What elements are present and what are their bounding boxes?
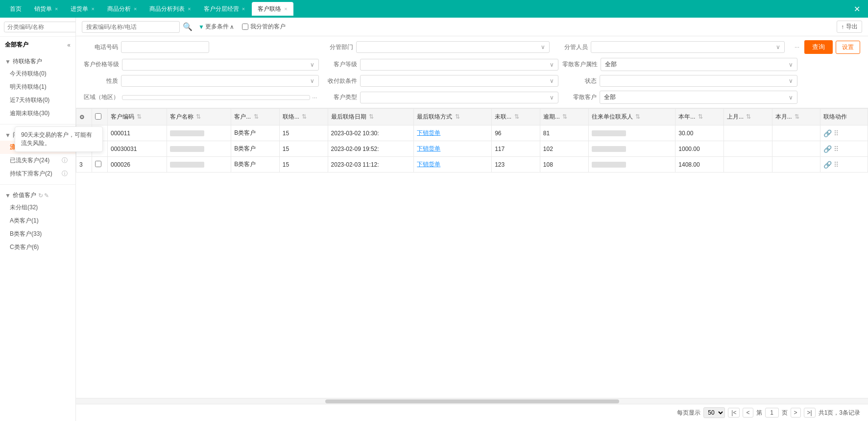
next-page-button[interactable]: >	[791, 408, 801, 418]
filter-payment-select[interactable]: ∨	[360, 75, 558, 87]
th-last-method[interactable]: 最后联络方式 ⇅	[414, 109, 492, 125]
cell-last-method[interactable]: 下销货单	[414, 125, 492, 141]
filter-zero-customer-select[interactable]: 全部 ∨	[600, 91, 797, 104]
th-last-date[interactable]: 最后联络日期 ⇅	[328, 109, 414, 125]
filter-nature-select[interactable]: ∨	[121, 75, 319, 87]
filter-actions: ··· 查询 设置	[793, 40, 860, 54]
first-page-button[interactable]: |<	[728, 408, 740, 418]
tab-sales[interactable]: 销货单 ×	[28, 2, 64, 16]
filter-dept: 分管部门 ∨	[319, 41, 550, 53]
horizontal-scrollbar[interactable]	[76, 398, 868, 404]
sidebar-all-customers[interactable]: 全部客户 «	[0, 37, 75, 53]
export-button[interactable]: ↑ 导出	[837, 21, 862, 33]
filter-manager-select[interactable]: ∨	[591, 41, 785, 53]
data-table: ⚙ 客户编码 ⇅ 客户名称 ⇅ 客户... ⇅	[76, 108, 868, 173]
filter-customer-type-select[interactable]: ∨	[360, 92, 558, 103]
sidebar-item-churned[interactable]: 已流失客户(24) ⓘ	[0, 154, 75, 167]
cell-last-method[interactable]: 下销货单	[414, 141, 492, 157]
prev-page-button[interactable]: <	[743, 408, 753, 418]
tab-home[interactable]: 首页	[4, 2, 27, 16]
close-tab-product-list[interactable]: ×	[188, 6, 191, 12]
value-edit-icon[interactable]: ✎	[44, 192, 49, 199]
filter-zero-customer: 零散客户 全部 ∨	[562, 91, 797, 104]
tab-product-list[interactable]: 商品分析列表 ×	[144, 2, 196, 16]
close-tab-sales[interactable]: ×	[55, 6, 58, 12]
filter-dept-select[interactable]: ∨	[356, 41, 550, 53]
th-unlinkd[interactable]: 未联... ⇅	[492, 109, 540, 125]
close-tab-customer-contact[interactable]: ×	[284, 6, 287, 12]
cell-actions: 🔗 ⠿	[820, 141, 868, 157]
th-settings[interactable]: ⚙	[76, 109, 92, 125]
sidebar-item-class-c[interactable]: C类客户(6)	[0, 241, 75, 254]
th-overdue[interactable]: 逾期... ⇅	[540, 109, 588, 125]
filter-status-select[interactable]: ∨	[600, 75, 797, 87]
filter-price-level: 客户价格等级 ∨	[84, 59, 319, 71]
filter-price-level-select[interactable]: ∨	[122, 59, 319, 71]
close-all-tabs[interactable]: ✕	[850, 4, 864, 14]
last-page-button[interactable]: >|	[804, 408, 816, 418]
close-tab-product-analysis[interactable]: ×	[134, 6, 137, 12]
filter-phone-input[interactable]	[121, 41, 209, 53]
toolbar-filter[interactable]: ▼ 更多条件 ∧	[198, 23, 234, 31]
action-link-icon[interactable]: 🔗	[823, 161, 832, 169]
filter-manager: 分管人员 ∨	[554, 41, 785, 53]
action-link-icon[interactable]: 🔗	[823, 129, 832, 137]
filter-row-2: 客户价格等级 ∨ 客户等级 ∨ 零散客户属性 全部	[84, 58, 860, 71]
sidebar-item-7days[interactable]: 近7天待联络(0)	[0, 94, 75, 107]
scroll-thumb[interactable]	[325, 399, 619, 403]
th-this-month[interactable]: 本月... ⇅	[772, 109, 820, 125]
region-dots[interactable]: ···	[310, 94, 319, 101]
toolbar-search-input[interactable]	[82, 21, 180, 33]
sidebar-item-overdue[interactable]: 逾期未联络(30)	[0, 107, 75, 120]
th-name[interactable]: 客户名称 ⇅	[167, 109, 231, 125]
sidebar-item-tomorrow[interactable]: 明天待联络(1)	[0, 80, 75, 94]
query-button[interactable]: 查询	[804, 40, 833, 54]
sidebar-item-today[interactable]: 今天待联络(0)	[0, 67, 75, 80]
sidebar-search-input[interactable]	[4, 22, 76, 32]
select-all-checkbox[interactable]	[95, 113, 101, 120]
sort-contact-icon: ⇅	[302, 113, 307, 120]
tab-product-analysis[interactable]: 商品分析 ×	[101, 2, 143, 16]
cell-last-method[interactable]: 下销货单	[414, 157, 492, 173]
action-menu-icon[interactable]: ⠿	[834, 161, 839, 169]
sidebar-item-class-a[interactable]: A类客户(1)	[0, 214, 75, 227]
close-tab-purchase[interactable]: ×	[91, 6, 94, 12]
value-refresh-icon[interactable]: ↻	[38, 192, 43, 199]
th-checkbox[interactable]	[92, 109, 108, 125]
cell-type: B类客户	[231, 157, 280, 173]
per-page-select[interactable]: 50	[703, 407, 725, 418]
filter-region-select[interactable]	[122, 95, 310, 100]
value-group-label[interactable]: ▼ 价值客户 ↻ ✎	[0, 189, 75, 201]
tab-purchase[interactable]: 进货单 ×	[65, 2, 100, 16]
th-contact-person[interactable]: 往来单位联系人 ⇅	[588, 109, 675, 125]
th-contact[interactable]: 联络... ⇅	[279, 109, 328, 125]
close-tab-customer-segment[interactable]: ×	[242, 6, 245, 12]
filter-status: 状态 ∨	[562, 75, 797, 87]
action-link-icon[interactable]: 🔗	[823, 145, 832, 153]
cell-checkbox[interactable]	[92, 157, 108, 173]
th-this-year[interactable]: 本年... ⇅	[675, 109, 724, 125]
tab-customer-segment[interactable]: 客户分层经营 ×	[198, 2, 251, 16]
action-menu-icon[interactable]: ⠿	[834, 129, 839, 137]
filter-more-dots[interactable]: ···	[793, 44, 801, 50]
pending-group-label[interactable]: ▼ 待联络客户	[0, 55, 75, 67]
filter-level-select[interactable]: ∨	[360, 59, 558, 71]
tab-customer-contact[interactable]: 客户联络 ×	[252, 2, 293, 16]
filter-panel: 电话号码 分管部门 ∨ 分管人员 ∨	[76, 36, 868, 108]
toolbar-search-icon[interactable]: 🔍	[183, 22, 193, 31]
settings-button[interactable]: 设置	[836, 41, 860, 54]
sort-code-icon: ⇅	[137, 113, 142, 120]
cell-contact-person	[588, 125, 675, 141]
action-menu-icon[interactable]: ⠿	[834, 145, 839, 153]
th-last-month[interactable]: 上月... ⇅	[724, 109, 772, 125]
th-code[interactable]: 客户编码 ⇅	[108, 109, 167, 125]
sidebar-item-class-b[interactable]: B类客户(33)	[0, 227, 75, 241]
filter-zero-attr-select[interactable]: 全部 ∨	[601, 58, 797, 71]
th-type[interactable]: 客户... ⇅	[231, 109, 280, 125]
cell-contact-person	[588, 157, 675, 173]
sidebar-item-ungrouped[interactable]: 未分组(32)	[0, 201, 75, 214]
sidebar-item-declining[interactable]: 持续下滑客户(2) ⓘ	[0, 167, 75, 180]
toolbar: 🔍 ▼ 更多条件 ∧ 我分管的客户 ↑ 导出	[76, 18, 868, 36]
my-customers-checkbox[interactable]	[242, 24, 248, 30]
per-page-label: 每页显示	[677, 409, 700, 417]
